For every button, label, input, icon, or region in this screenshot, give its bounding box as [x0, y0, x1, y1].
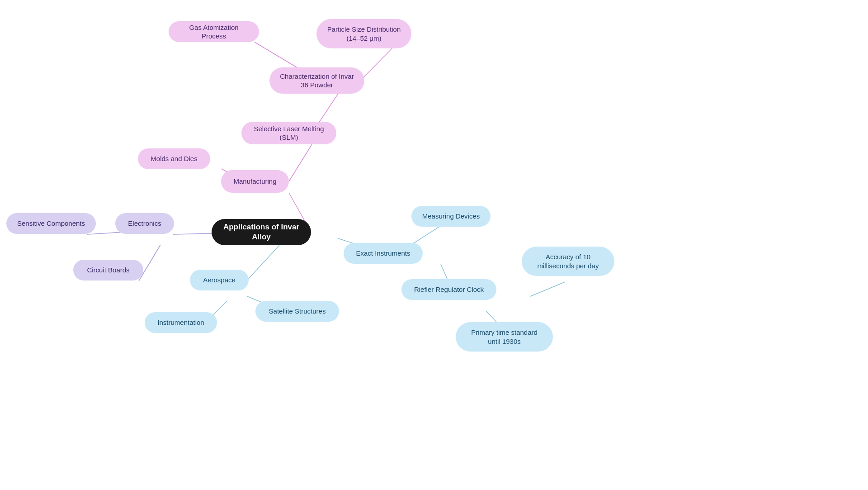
measuring-devices-node: Measuring Devices: [411, 206, 491, 227]
satellite-structures-node: Satellite Structures: [255, 301, 339, 322]
svg-line-9: [247, 245, 279, 280]
riefler-clock-node: Riefler Regulator Clock: [401, 279, 496, 300]
exact-instruments-node: Exact Instruments: [344, 243, 423, 264]
particle-size-node: Particle Size Distribution (14–52 µm): [316, 19, 411, 48]
svg-line-5: [362, 45, 396, 79]
circuit-boards-node: Circuit Boards: [73, 260, 143, 281]
aerospace-node: Aerospace: [190, 270, 249, 290]
accuracy-node: Accuracy of 10 milliseconds per day: [522, 247, 614, 276]
svg-line-8: [139, 245, 160, 281]
molds-dies-node: Molds and Dies: [138, 148, 210, 169]
instrumentation-node: Instrumentation: [145, 312, 217, 333]
primary-time-node: Primary time standard until 1930s: [456, 322, 553, 352]
center-node: Applications of Invar Alloy: [212, 219, 311, 245]
gas-atomization-node: Gas Atomization Process: [169, 21, 259, 42]
char-invar-node: Characterization of Invar 36 Powder: [269, 67, 364, 94]
electronics-node: Electronics: [115, 213, 174, 234]
svg-line-2: [289, 144, 312, 181]
manufacturing-node: Manufacturing: [221, 170, 289, 193]
sensitive-components-node: Sensitive Components: [6, 213, 96, 234]
svg-line-15: [530, 282, 565, 296]
slm-node: Selective Laser Melting (SLM): [241, 122, 336, 144]
